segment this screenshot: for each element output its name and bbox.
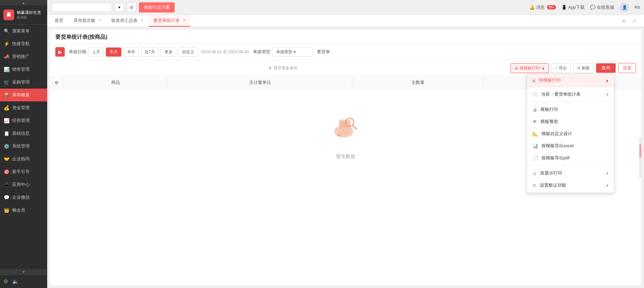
page-header: 要货单统计表(按商品) [50, 30, 641, 44]
dropdown-set-default[interactable]: ⚙ 设置默认功能 ▾ [527, 179, 614, 191]
print-template-btn[interactable]: 🖨 按模板打印 ▲ [510, 63, 549, 73]
refresh-icon: ↺ [577, 66, 580, 70]
sidebar-item-label: 企业协同 [12, 156, 30, 162]
sidebar-item-label: 资金管理 [12, 105, 30, 111]
custom-btn[interactable]: 自定义 [178, 47, 198, 57]
sidebar-item-label: 新手引导 [12, 169, 30, 175]
tab-batch-account-close[interactable]: × [99, 18, 101, 23]
dropdown-group-section: 🖨 按显示打印 ▾ ⚙ 设置默认功能 ▾ [527, 166, 614, 193]
doc-icon: 📄 [532, 92, 538, 97]
topbar-right-actions: 🔔 消息 99+ 📱 App下载 💬 在线客服 👤 Rit [529, 3, 640, 12]
settings-icon[interactable]: ⚙ [3, 278, 8, 285]
expand-more-btn[interactable]: ▼ 展开更多条件 [268, 65, 298, 71]
refresh-label: 刷新 [582, 65, 590, 71]
type-filter-select[interactable]: 单据类型 ▾ [272, 47, 313, 57]
dropdown-item-template-print[interactable]: 🖨 模板打印 [527, 103, 614, 116]
basic-icon: 📋 [3, 131, 9, 136]
svg-line-7 [353, 125, 356, 129]
volume-icon[interactable]: 🔈 [12, 278, 19, 285]
tab-order-stats[interactable]: 要货单统计表 × [149, 15, 190, 27]
dropdown-item-export-pdf[interactable]: 📄 按模板导出pdf [527, 152, 614, 164]
topbar-search-input[interactable] [51, 3, 112, 12]
sidebar-item-inventory[interactable]: 📦 库存核算 [0, 89, 47, 101]
tab-batch-account[interactable]: 库存批次账 × [69, 15, 106, 27]
query-btn[interactable]: 查询 [596, 63, 616, 73]
prev-month-btn[interactable]: 上月 [88, 47, 104, 57]
tab-collect-report[interactable]: 收发存汇总表 × [107, 15, 148, 27]
industry-solution-btn[interactable]: 体验行业方案 [139, 2, 175, 12]
current-year-btn[interactable]: 本年 [123, 47, 139, 57]
col-settings[interactable]: ⚙ [50, 76, 63, 89]
dropdown-chevron-up[interactable]: ▲ [605, 78, 609, 83]
sidebar-item-system[interactable]: ⚙️ 系统管理 [0, 140, 47, 153]
more-btn[interactable]: 更多 [161, 47, 176, 57]
sidebar-item-label: 企业微信 [12, 194, 30, 200]
user-name[interactable]: Rit [635, 5, 640, 10]
last7days-btn[interactable]: 近7天 [141, 47, 159, 57]
current-month-btn[interactable]: 本月 [106, 47, 121, 57]
notifications-badge: 99+ [547, 5, 556, 9]
sidebar-item-finance[interactable]: 💰 资金管理 [0, 101, 47, 114]
tab-collect-report-close[interactable]: × [141, 18, 143, 23]
sidebar-item-label: 库存核算 [12, 92, 30, 98]
sidebar-item-basic[interactable]: 📋 基础信息 [0, 127, 47, 140]
tab-home[interactable]: 首页 [50, 15, 68, 27]
display-print-chevron: ▾ [606, 171, 609, 176]
settings-btn[interactable]: 设置 [618, 63, 636, 73]
sidebar-scroll-up[interactable]: ▲ [0, 0, 47, 5]
tabs-actions: ✕ ⤢ [620, 15, 641, 27]
sidebar-item-member[interactable]: 👑 畅会员 [0, 204, 47, 217]
refresh-btn[interactable]: ↺ 刷新 [573, 63, 593, 73]
svg-rect-3 [340, 122, 349, 123]
sidebar-scroll-down[interactable]: ▼ [0, 269, 47, 275]
search-menu-icon: 🔍 [3, 28, 9, 34]
export-btn[interactable]: ↑ 导出 [552, 63, 570, 73]
template-preview-label: 模板预览 [540, 119, 558, 125]
sidebar-item-label: 营销推广 [12, 54, 30, 60]
sidebar-item-sales[interactable]: 📊 销售管理 [0, 63, 47, 76]
dropdown-item-template-design[interactable]: 📐 模板自定义设计 [527, 128, 614, 140]
sidebar-item-quick-nav[interactable]: ⚡ 快捷导航 [0, 37, 47, 50]
filter-bar: ▶ 单据日期 上月 本月 本年 近7天 更多 自定义 2023-06-01 至 … [50, 44, 641, 60]
online-service-btn[interactable]: 💬 在线客服 [590, 4, 614, 10]
sidebar-item-marketing[interactable]: 📣 营销推广 [0, 50, 47, 63]
set-default-label: 设置默认功能 [540, 182, 566, 188]
app-logo-text: 畅赢通好生意 标准版 [17, 10, 41, 20]
export-icon: ↑ [555, 66, 557, 70]
sidebar-item-guide[interactable]: 🎯 新手引导 [0, 165, 47, 178]
page-content: 要货单统计表(按商品) ▶ 单据日期 上月 本月 本年 近7天 更多 自定义 2… [50, 30, 641, 285]
dropdown-display-print[interactable]: 🖨 按显示打印 ▾ [527, 167, 614, 179]
template-print-icon: 🖨 [532, 107, 537, 112]
sidebar-item-apps[interactable]: 📱 应用中心 [0, 178, 47, 191]
dropdown-current-item[interactable]: 📄 当前：要货单统计表 ▾ [527, 88, 614, 100]
tab-home-label: 首页 [55, 18, 63, 24]
app-download-btn[interactable]: 📱 App下载 [561, 4, 585, 10]
sidebar-item-search[interactable]: 🔍 搜索菜单 [0, 25, 47, 37]
topbar-settings-btn[interactable] [127, 3, 136, 12]
tab-maximize-btn[interactable]: ⤢ [631, 17, 639, 25]
tab-close-all-btn[interactable]: ✕ [620, 17, 628, 25]
export-excel-icon: 📊 [532, 143, 538, 149]
sidebar-item-operation[interactable]: 📈 经营管理 [0, 114, 47, 127]
sidebar-item-collab[interactable]: 🤝 企业协同 [0, 153, 47, 165]
dropdown-item-export-excel[interactable]: 📊 按模板导出excel [527, 140, 614, 152]
topbar-dropdown-btn[interactable]: ▾ [115, 3, 124, 12]
sidebar-item-label: 快捷导航 [12, 41, 30, 47]
avatar[interactable]: 👤 [620, 3, 629, 12]
dropdown-current-left: 📄 当前：要货单统计表 [532, 91, 581, 97]
sidebar-item-purchase[interactable]: 🛒 采购管理 [0, 76, 47, 89]
template-design-label: 模板自定义设计 [541, 131, 572, 137]
notifications-btn[interactable]: 🔔 消息 99+ [529, 4, 556, 10]
print-chevron-icon: ▲ [541, 66, 545, 70]
type-filter-chevron: ▾ [294, 50, 296, 54]
tab-collect-report-label: 收发存汇总表 [111, 18, 138, 24]
inventory-icon: 📦 [3, 92, 9, 98]
quick-nav-icon: ⚡ [3, 41, 9, 46]
sidebar-item-label: 系统管理 [12, 143, 30, 149]
sidebar-item-wechat[interactable]: 💬 企业微信 [0, 191, 47, 204]
dropdown-item-template-preview[interactable]: 👁 模板预览 [527, 116, 614, 128]
dropdown-header-right: ▲ [605, 78, 609, 83]
tab-order-stats-close[interactable]: × [183, 18, 185, 23]
dropdown-header-left: 🖨 按模板打印 [532, 77, 561, 83]
filter-expand-btn[interactable]: ▶ [55, 47, 65, 57]
